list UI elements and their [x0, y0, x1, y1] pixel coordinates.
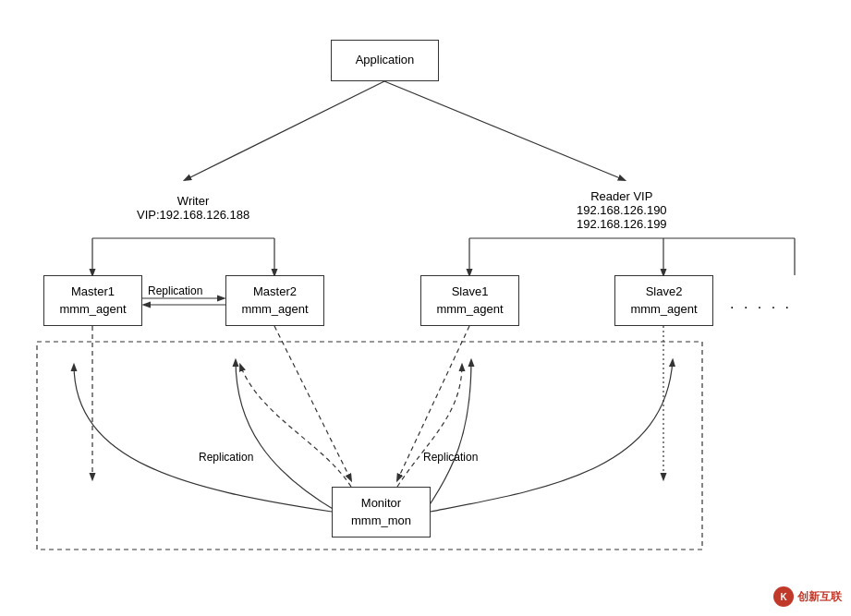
master1-label: Master1mmm_agent — [59, 284, 126, 317]
more-nodes-dots: . . . . . — [730, 296, 792, 312]
master2-node: Master2mmm_agent — [225, 275, 324, 326]
master2-label: Master2mmm_agent — [241, 284, 308, 317]
slave1-label: Slave1mmm_agent — [436, 284, 503, 317]
svg-line-1 — [384, 81, 625, 180]
replication-label-left: Replication — [199, 451, 253, 464]
slave1-node: Slave1mmm_agent — [420, 275, 519, 326]
replication-label-right: Replication — [423, 451, 478, 464]
application-node: Application — [331, 40, 439, 81]
watermark-icon: K — [773, 586, 794, 607]
master1-node: Master1mmm_agent — [43, 275, 142, 326]
monitor-label: Monitormmm_mon — [351, 495, 411, 528]
replication-label-master: Replication — [148, 284, 202, 297]
reader-vip-label: Reader VIP 192.168.126.190 192.168.126.1… — [577, 189, 667, 231]
monitor-node: Monitormmm_mon — [332, 487, 431, 537]
watermark: K 创新互联 — [773, 586, 842, 607]
slave2-node: Slave2mmm_agent — [614, 275, 713, 326]
application-label: Application — [356, 52, 415, 68]
svg-line-0 — [185, 81, 384, 180]
watermark-text: 创新互联 — [797, 589, 842, 605]
svg-line-13 — [274, 326, 351, 480]
slave2-label: Slave2mmm_agent — [630, 284, 697, 317]
writer-vip-label: Writer VIP:192.168.126.188 — [137, 194, 249, 222]
